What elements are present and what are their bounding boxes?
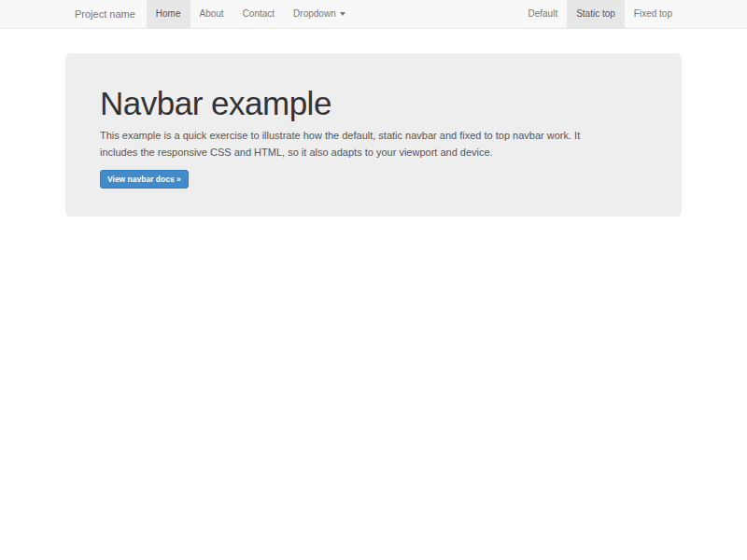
nav-item-default-label: Default	[528, 0, 557, 28]
jumbotron: Navbar example This example is a quick e…	[65, 53, 682, 217]
nav-item-static-top-label: Static top	[576, 0, 615, 28]
nav-item-contact[interactable]: Contact	[233, 0, 284, 28]
nav-item-about[interactable]: About	[190, 0, 233, 28]
page-description: This example is a quick exercise to illu…	[100, 128, 646, 161]
nav-item-home[interactable]: Home	[147, 0, 190, 28]
nav-item-fixed-top[interactable]: Fixed top	[625, 0, 682, 28]
caret-down-icon	[340, 12, 345, 16]
brand-link[interactable]: Project name	[75, 0, 135, 28]
nav-item-home-label: Home	[156, 0, 181, 28]
nav-item-dropdown[interactable]: Dropdown	[284, 0, 355, 28]
navbar: Project name Home About Contact Dropdown…	[0, 0, 747, 29]
page-title: Navbar example	[100, 85, 646, 122]
nav-item-contact-label: Contact	[243, 0, 275, 28]
nav-item-about-label: About	[200, 0, 224, 28]
main-container: Navbar example This example is a quick e…	[65, 53, 682, 217]
navbar-right-nav: Default Static top Fixed top	[518, 0, 682, 28]
navbar-container: Project name Home About Contact Dropdown…	[65, 0, 682, 28]
view-navbar-docs-button[interactable]: View navbar docs »	[100, 170, 189, 189]
nav-item-fixed-top-label: Fixed top	[634, 0, 672, 28]
navbar-left-nav: Home About Contact Dropdown	[147, 0, 355, 28]
page-description-line-2: includes the responsive CSS and HTML, so…	[100, 145, 646, 161]
nav-item-static-top[interactable]: Static top	[567, 0, 625, 28]
nav-item-default[interactable]: Default	[518, 0, 567, 28]
page-description-line-1: This example is a quick exercise to illu…	[100, 128, 646, 145]
nav-item-dropdown-label: Dropdown	[293, 0, 336, 28]
